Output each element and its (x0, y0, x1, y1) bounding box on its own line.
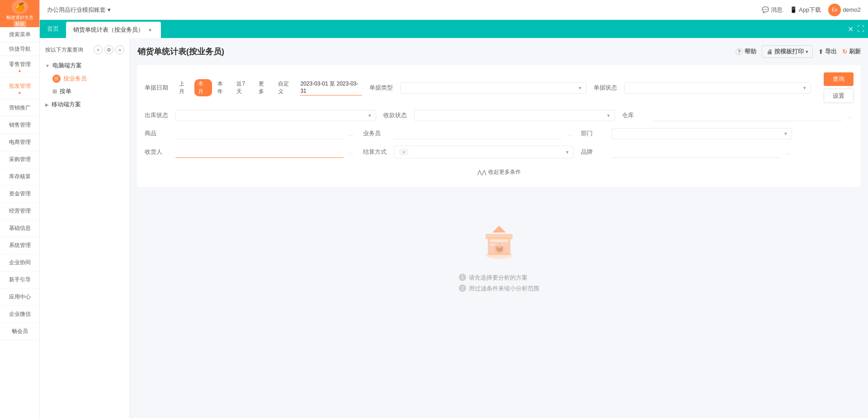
sidebar-item-app-center[interactable]: 应用中心 (0, 289, 39, 306)
sidebar-item-basic[interactable]: 基础信息 (0, 220, 39, 237)
settle-select[interactable]: × ▾ (394, 146, 574, 158)
tabs-bar: 首页 销货单统计表（按业务员） × ✕ ⛶ (40, 20, 868, 38)
warehouse-label: 仓库 (622, 111, 649, 119)
quick-nav[interactable]: 快捷导航 (0, 43, 39, 56)
tab-close-icon[interactable]: × (146, 26, 154, 33)
help-label: 帮助 (745, 48, 756, 56)
filter-status-col: 单据状态 ▾ (594, 82, 811, 94)
tab-sales-stat-label: 销货单统计表（按业务员） (73, 26, 144, 34)
add-scheme-btn[interactable]: + (94, 45, 103, 54)
sidebar-item-wechat-label: 企业微信 (9, 310, 31, 318)
filter-row-3: 商品 ... 业务员 ... 部门 ▾ (145, 128, 854, 139)
receiver-dots-btn[interactable]: ... (347, 149, 356, 156)
settings-btn[interactable]: 设置 (824, 89, 854, 103)
sidebar-item-inventory[interactable]: 库存核算 (0, 168, 39, 185)
refresh-btn[interactable]: ↻ 刷新 (842, 48, 861, 56)
sidebar-item-enterprise[interactable]: 企业协同 (0, 254, 39, 271)
app-download-btn[interactable]: 📱 App下载 (790, 6, 821, 14)
quick-nav-label: 快捷导航 (9, 45, 31, 53)
query-btn[interactable]: 查询 (824, 72, 854, 86)
sidebar-item-retail[interactable]: 零售管理 ▲ (0, 56, 39, 78)
warehouse-dots-btn[interactable]: ... (845, 112, 854, 119)
goods-input[interactable] (175, 128, 344, 139)
out-status-label: 出库状态 (145, 111, 172, 119)
pc-scheme-arrow-icon: ▼ (45, 63, 50, 68)
account-chevron-icon: ▾ (108, 6, 111, 13)
filter-out-status-col: 出库状态 ▾ (145, 110, 376, 121)
empty-tip-1-label: 请先选择要分析的方案 (469, 274, 528, 282)
sidebar-item-member[interactable]: 畅会员 (0, 323, 39, 340)
user-avatar: Ea (828, 4, 841, 16)
sidebar-item-finance[interactable]: 资金管理 (0, 185, 39, 203)
left-panel-title: 按以下方案查询 (45, 46, 83, 54)
app-logo[interactable]: 🍊 畅捷通好生意 标版 (0, 0, 40, 27)
type-select[interactable]: ▾ (400, 82, 587, 94)
empty-tip-2-label: 用过滤条件来缩小分析范围 (469, 285, 539, 293)
collect-status-select[interactable]: ▾ (414, 110, 615, 121)
wholesale-arrow: ▲ (18, 90, 22, 95)
mobile-scheme-arrow-icon: ▶ (45, 102, 49, 107)
sidebar-item-operations[interactable]: 经营管理 (0, 203, 39, 220)
tree-mobile-scheme[interactable]: ▶ 移动端方案 (40, 98, 130, 111)
sidebar-item-operations-label: 经营管理 (9, 207, 31, 215)
sidebar-item-marketing-label: 营销推广 (9, 104, 31, 112)
empty-tips: 1 请先选择要分析的方案 2 用过滤条件来缩小分析范围 (459, 274, 539, 295)
warehouse-input[interactable] (653, 109, 841, 121)
receiver-input[interactable] (175, 146, 344, 158)
settle-tag-close-icon[interactable]: × (402, 149, 405, 155)
sidebar-item-marketing[interactable]: 营销推广 (0, 100, 39, 117)
filter-date-col: 单据日期 上月 本月 本年 近7天 更多 自定义 2023-03-01 至 20… (145, 79, 362, 96)
brand-input[interactable] (612, 146, 780, 158)
brand-dots-btn[interactable]: ... (783, 149, 792, 156)
empty-icon: 📦 (476, 221, 522, 266)
date-tab-this-month[interactable]: 本月 (194, 79, 212, 96)
page-title-row: 销货单统计表(按业务员) ? 帮助 🖨 按模板打印 ▾ ⬆ 导出 (137, 45, 861, 58)
settle-chevron-icon: ▾ (566, 149, 569, 155)
date-tab-last-7[interactable]: 近7天 (233, 79, 253, 96)
account-dropdown[interactable]: 办公用品行业模拟账套 ▾ (47, 6, 111, 14)
tab-expand-icon[interactable]: ⛶ (857, 25, 864, 33)
sidebar-item-member-label: 畅会员 (12, 328, 28, 335)
message-icon: 💬 (762, 6, 769, 13)
goods-dots-btn[interactable]: ... (347, 130, 356, 137)
status-select[interactable]: ▾ (624, 82, 811, 94)
date-tab-custom[interactable]: 自定义 (274, 79, 297, 96)
mobile-scheme-label: 移动端方案 (52, 100, 81, 109)
filter-warehouse-col: 仓库 ... (622, 109, 854, 121)
dept-select[interactable]: ▾ (612, 128, 792, 139)
tab-home[interactable]: 首页 (40, 20, 66, 38)
tab-sales-stat[interactable]: 销货单统计表（按业务员） × (66, 22, 161, 38)
query-btn-area: 查询 设置 (818, 72, 854, 103)
sidebar-item-system[interactable]: 系统管理 (0, 237, 39, 254)
sidebar-item-wholesale[interactable]: 批发管理 ▲ (0, 78, 39, 100)
user-menu[interactable]: Ea demo2 (828, 4, 861, 16)
search-menu[interactable]: 搜索菜单 (0, 27, 39, 43)
sidebar-item-sales[interactable]: 销售管理 (0, 117, 39, 134)
tree-pc-scheme[interactable]: ▼ 电脑端方案 (40, 59, 130, 72)
tab-close-all-icon[interactable]: ✕ (848, 25, 854, 33)
message-btn[interactable]: 💬 消息 (762, 6, 783, 14)
help-btn[interactable]: ? 帮助 (736, 48, 756, 56)
collapse-btn[interactable]: ⋀⋀ 收起更多条件 (477, 168, 521, 176)
date-tab-more[interactable]: 更多 (255, 79, 272, 96)
help-icon: ? (736, 48, 743, 55)
sidebar-item-sales-label: 销售管理 (9, 121, 31, 129)
by-order-label: 按单 (60, 87, 71, 95)
salesperson-dots-btn[interactable]: ... (566, 130, 574, 137)
tree-by-salesperson[interactable]: 按 按业务员 (40, 72, 130, 85)
salesperson-input[interactable] (394, 128, 562, 139)
status-label: 单据状态 (594, 84, 621, 92)
sidebar-item-ecommerce[interactable]: 电商管理 (0, 134, 39, 151)
sidebar-item-wechat[interactable]: 企业微信 (0, 306, 39, 323)
collapse-panel-btn[interactable]: « (115, 45, 124, 54)
print-btn[interactable]: 🖨 按模板打印 ▾ (762, 45, 813, 58)
export-btn[interactable]: ⬆ 导出 (818, 48, 837, 56)
out-status-select[interactable]: ▾ (175, 110, 376, 121)
left-panel: 按以下方案查询 + ⚙ « ▼ 电脑端方案 按 按业务员 ⊞ 按单 (40, 38, 130, 418)
scheme-settings-btn[interactable]: ⚙ (104, 45, 113, 54)
sidebar-item-newbie[interactable]: 新手引导 (0, 271, 39, 289)
date-tab-last-month[interactable]: 上月 (175, 79, 193, 96)
date-tab-this-year[interactable]: 本年 (214, 79, 231, 96)
sidebar-item-purchase[interactable]: 采购管理 (0, 151, 39, 168)
tree-by-order[interactable]: ⊞ 按单 (40, 85, 130, 98)
